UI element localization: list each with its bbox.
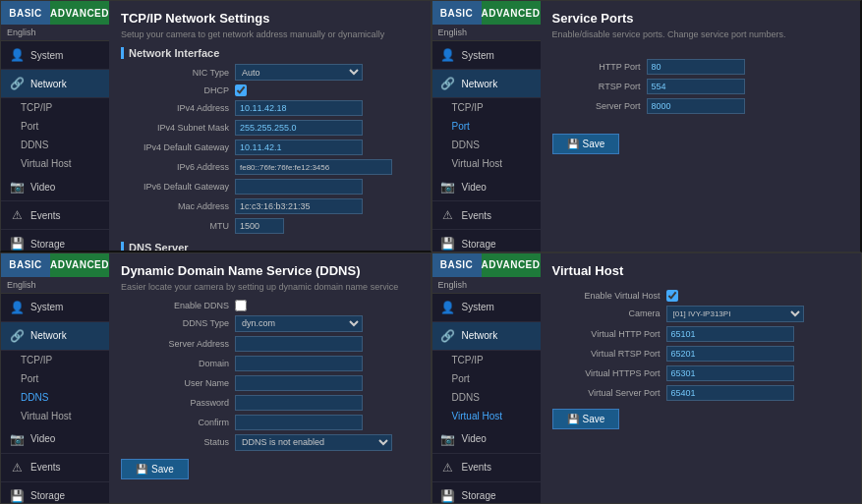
checkbox-dhcp[interactable] [235,84,247,96]
nav-video-ddns[interactable]: 📷 Video [1,425,109,454]
nav-video-vh[interactable]: 📷 Video [432,425,541,454]
nav-storage-port[interactable]: 💾 Storage [432,230,541,252]
subnav-ddns-ddns[interactable]: DDNS [1,388,109,407]
input-gateway[interactable] [235,140,363,155]
subnav-ddns-tcpip[interactable]: TCP/IP [1,351,109,369]
select-nic[interactable]: Auto [235,64,363,81]
input-username[interactable] [235,375,363,391]
nav-events-port[interactable]: ⚠ Events [432,201,541,230]
checkbox-enablevh[interactable] [666,290,678,302]
input-serveraddr[interactable] [235,336,363,352]
save-icon-vh: 💾 [567,414,579,424]
nav-network-vh[interactable]: 🔗 Network [432,322,541,351]
select-camera[interactable]: [01] IVY-IP313PI [666,306,804,322]
input-domain[interactable] [235,356,363,371]
row-mtu: MTU [121,218,419,234]
nav-events-vh[interactable]: ⚠ Events [432,454,541,482]
nav-system-ddns[interactable]: 👤 System [1,294,109,322]
nav-system-vh[interactable]: 👤 System [432,294,541,322]
subnav-ddns-vh[interactable]: Virtual Host [1,407,109,425]
input-vhttps[interactable] [666,365,794,381]
tab-basic-tcpip[interactable]: BASIC [1,1,50,25]
save-label-ddns: Save [151,464,174,475]
subnav-vh-tcpip[interactable]: TCP/IP [432,351,541,369]
input-vrtsp[interactable] [666,346,794,362]
nav-network-ddns[interactable]: 🔗 Network [1,322,109,351]
input-rtsp[interactable] [647,79,745,94]
nav-events-tcpip[interactable]: ⚠ Events [1,201,109,230]
subnav-port-vh[interactable]: Virtual Host [432,154,541,173]
save-button-vh[interactable]: 💾 Save [552,409,620,429]
subnav-port-port[interactable]: Port [432,117,541,136]
tab-advanced-ddns[interactable]: ADVANCED [50,253,109,277]
nav-storage-label-v: Storage [462,490,496,501]
tab-advanced-vh[interactable]: ADVANCED [482,253,541,277]
video-icon-v: 📷 [440,431,456,447]
row-http: HTTP Port [552,59,849,75]
nav-storage-ddns[interactable]: 💾 Storage [1,482,109,504]
input-vserver[interactable] [666,385,794,401]
input-password[interactable] [235,395,363,411]
system-icon-p: 👤 [440,47,456,63]
nav-events-ddns[interactable]: ⚠ Events [1,454,109,482]
input-server[interactable] [647,98,745,114]
nav-system-port[interactable]: 👤 System [432,41,541,70]
subnav-tcpip-ddns[interactable]: DDNS [1,136,109,154]
storage-icon-p: 💾 [440,236,456,252]
panel-vh: BASIC ADVANCED English 👤 System 🔗 Networ… [431,252,863,505]
nav-network-tcpip[interactable]: 🔗 Network [1,70,109,98]
nav-events-label-d: Events [30,462,61,473]
events-icon-d: ⚠ [9,460,25,476]
checkbox-enableddns[interactable] [235,300,247,311]
input-mac[interactable] [235,198,363,214]
nav-network-port[interactable]: 🔗 Network [432,70,541,98]
select-ddnstype[interactable]: dyn.com [235,315,363,332]
page-subtitle-tcpip: Setup your camera to get network address… [121,29,419,39]
subnav-port-tcpip[interactable]: TCP/IP [432,98,541,117]
subnav-tcpip-tcpip[interactable]: TCP/IP [1,98,109,117]
subnav-port-ddns[interactable]: DDNS [432,136,541,154]
input-ipv6gw[interactable] [235,179,363,195]
nav-video-port[interactable]: 📷 Video [432,173,541,201]
subnav-tcpip-port[interactable]: Port [1,117,109,136]
subnav-vh-port[interactable]: Port [432,369,541,388]
label-ipv4: IPv4 Address [121,103,229,113]
nav-storage-tcpip[interactable]: 💾 Storage [1,230,109,251]
subnav-tcpip-vh[interactable]: Virtual Host [1,154,109,173]
tab-basic-ddns[interactable]: BASIC [1,253,50,277]
sidebar-ddns: BASIC ADVANCED English 👤 System 🔗 Networ… [1,253,109,504]
tab-advanced-tcpip[interactable]: ADVANCED [50,1,109,25]
row-status: Status DDNS is not enabled [121,434,419,451]
nav-system-label-v: System [462,302,494,312]
subnav-ddns-port[interactable]: Port [1,369,109,388]
tab-advanced-port[interactable]: ADVANCED [482,1,541,25]
input-vhttp[interactable] [666,326,794,342]
select-status[interactable]: DDNS is not enabled [235,434,392,451]
tab-basic-port[interactable]: BASIC [432,1,482,25]
nav-system-tcpip[interactable]: 👤 System [1,41,109,70]
label-nic: NIC Type [121,68,229,78]
nav-tcpip: 👤 System 🔗 Network TCP/IP Port DDNS Virt… [1,41,109,251]
input-subnet[interactable] [235,120,363,136]
network-icon: 🔗 [9,76,25,91]
input-ipv6[interactable] [235,159,392,175]
input-ipv4[interactable] [235,100,363,116]
input-http[interactable] [647,59,745,75]
subnav-vh-ddns[interactable]: DDNS [432,388,541,407]
label-ipv6gw: IPv6 Default Gateway [121,182,229,192]
nav-video-tcpip[interactable]: 📷 Video [1,173,109,201]
nav-storage-label: Storage [30,239,65,250]
row-confirm: Confirm [121,415,419,430]
nav-storage-vh[interactable]: 💾 Storage [432,482,541,504]
subnav-vh-vh[interactable]: Virtual Host [432,407,541,425]
panel-ddns: BASIC ADVANCED English 👤 System 🔗 Networ… [0,252,431,505]
nav-events-label-v: Events [462,462,492,473]
content-ddns: Dynamic Domain Name Service (DDNS) Easie… [109,253,431,504]
input-mtu[interactable] [235,218,284,234]
save-button-port[interactable]: 💾 Save [552,134,620,154]
tab-basic-vh[interactable]: BASIC [432,253,482,277]
page-subtitle-port: Enable/disable service ports. Change ser… [552,29,849,39]
save-button-ddns[interactable]: 💾 Save [121,459,189,479]
input-confirm[interactable] [235,415,363,430]
sidebar-port: BASIC ADVANCED English 👤 System 🔗 Networ… [432,1,541,252]
